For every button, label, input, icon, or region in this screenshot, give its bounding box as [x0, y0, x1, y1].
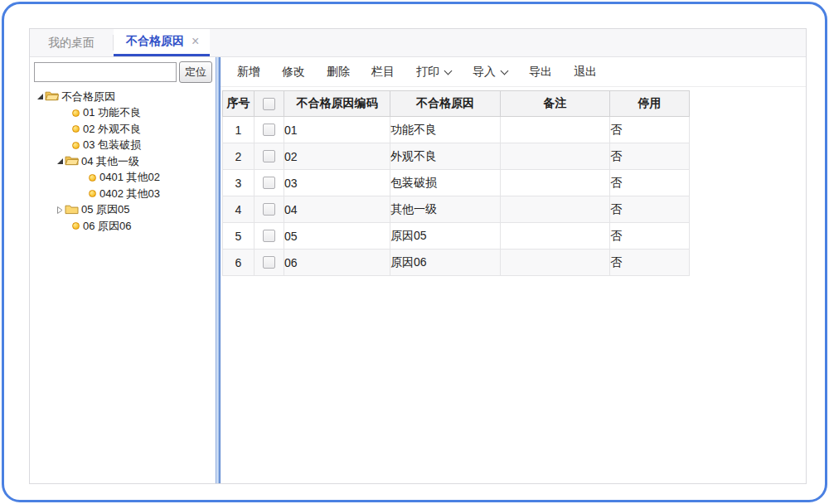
- cell-checkbox[interactable]: [255, 223, 284, 250]
- bullet-icon: [72, 125, 80, 133]
- toolbar-button-import[interactable]: 导入: [473, 65, 507, 80]
- toolbar-button-add[interactable]: 新增: [237, 65, 260, 80]
- header-code: 不合格原因编码: [284, 91, 390, 117]
- cell-seq: 6: [223, 250, 255, 276]
- tab-bar: 我的桌面 不合格原因 ×: [30, 29, 806, 57]
- checkbox-icon[interactable]: [263, 256, 275, 269]
- app-window: 9628370 0622141 9628370 0622141 9628370 …: [2, 2, 827, 502]
- cell-disabled: 否: [610, 250, 690, 276]
- tree-item-label: 06 原因06: [83, 219, 132, 234]
- cell-checkbox[interactable]: [255, 117, 284, 143]
- tree-item-label: 0401 其他02: [99, 170, 160, 185]
- toolbar-button-label: 栏目: [371, 65, 395, 80]
- table-row[interactable]: 505原因05否: [223, 223, 690, 250]
- tree-item[interactable]: 06 原因06: [30, 218, 216, 235]
- checkbox-icon[interactable]: [263, 177, 275, 189]
- tree-collapsed-icon[interactable]: [56, 206, 64, 214]
- toolbar-button-label: 打印: [416, 65, 439, 80]
- toolbar: 新增修改删除栏目打印导入导出退出: [221, 57, 806, 87]
- checkbox-icon[interactable]: [263, 230, 275, 242]
- folder-open-icon: [65, 154, 79, 168]
- cell-reason: 原因05: [390, 223, 501, 250]
- checkbox-icon[interactable]: [263, 98, 275, 110]
- cell-seq: 4: [223, 196, 255, 223]
- header-seq: 序号: [223, 91, 255, 117]
- tree-item[interactable]: 0401 其他02: [30, 170, 216, 187]
- cell-seq: 3: [223, 170, 255, 196]
- chevron-down-icon: [501, 66, 509, 75]
- main-area: 定位 不合格原因01 功能不良02 外观不良03 包装破损04 其他一级0401…: [30, 57, 806, 483]
- tree-item-label: 02 外观不良: [83, 122, 141, 137]
- table-row[interactable]: 404其他一级否: [223, 196, 690, 223]
- cell-code: 01: [284, 117, 390, 143]
- folder-closed-icon: [65, 203, 79, 217]
- bullet-icon: [72, 109, 80, 117]
- checkbox-icon[interactable]: [263, 203, 275, 216]
- locate-button[interactable]: 定位: [179, 61, 212, 83]
- toolbar-button-label: 导入: [473, 65, 496, 80]
- table-row[interactable]: 606原因06否: [223, 250, 690, 276]
- cell-checkbox[interactable]: [255, 196, 284, 223]
- cell-checkbox[interactable]: [255, 250, 284, 276]
- toolbar-button-label: 新增: [237, 65, 260, 80]
- cell-seq: 2: [223, 143, 255, 170]
- cell-checkbox[interactable]: [255, 170, 284, 196]
- toolbar-button-columns[interactable]: 栏目: [371, 65, 395, 80]
- cell-remark: [501, 117, 610, 143]
- cell-code: 03: [284, 170, 390, 196]
- toolbar-button-export[interactable]: 导出: [529, 65, 552, 80]
- close-icon[interactable]: ×: [191, 35, 199, 48]
- table-row[interactable]: 303包装破损否: [223, 170, 690, 196]
- cell-disabled: 否: [610, 117, 690, 143]
- select-all-checkbox[interactable]: [255, 91, 284, 117]
- tree-item[interactable]: 0402 其他03: [30, 186, 216, 202]
- toolbar-button-print[interactable]: 打印: [416, 65, 451, 80]
- tree-item-label: 不合格原因: [61, 90, 115, 104]
- tab-reject-reason[interactable]: 不合格原因 ×: [114, 29, 210, 56]
- cell-reason: 外观不良: [390, 143, 501, 170]
- reason-table: 序号不合格原因编码不合格原因备注停用101功能不良否202外观不良否303包装破…: [222, 90, 690, 276]
- checkbox-icon[interactable]: [263, 124, 275, 136]
- cell-seq: 1: [223, 117, 255, 143]
- toolbar-button-edit[interactable]: 修改: [282, 65, 305, 80]
- tree-item[interactable]: 03 包装破损: [30, 138, 216, 154]
- tree-item[interactable]: 不合格原因: [30, 89, 216, 105]
- tree-item[interactable]: 02 外观不良: [30, 121, 216, 138]
- tree-item[interactable]: 04 其他一级: [30, 153, 216, 170]
- cell-remark: [501, 223, 610, 250]
- table-row[interactable]: 101功能不良否: [223, 117, 690, 143]
- main-panel: 我的桌面 不合格原因 × 定位 不合格原因01 功能不良02 外观不良03 包装…: [29, 28, 807, 484]
- table-row[interactable]: 202外观不良否: [223, 143, 690, 170]
- header-remark: 备注: [501, 91, 610, 117]
- toolbar-button-label: 修改: [282, 65, 305, 80]
- tree-search-row: 定位: [30, 57, 216, 86]
- cell-checkbox[interactable]: [255, 143, 284, 170]
- tree-expanded-icon[interactable]: [56, 158, 64, 165]
- bullet-icon: [89, 190, 96, 197]
- reason-tree: 不合格原因01 功能不良02 外观不良03 包装破损04 其他一级0401 其他…: [30, 86, 216, 483]
- table-area: 序号不合格原因编码不合格原因备注停用101功能不良否202外观不良否303包装破…: [221, 87, 806, 483]
- tree-search-input[interactable]: [34, 62, 177, 82]
- toolbar-button-label: 删除: [327, 65, 350, 80]
- tree-item[interactable]: 05 原因05: [30, 202, 216, 219]
- bullet-icon: [72, 142, 80, 149]
- toolbar-button-exit[interactable]: 退出: [574, 65, 597, 80]
- header-reason: 不合格原因: [390, 91, 501, 117]
- cell-disabled: 否: [610, 170, 690, 196]
- tree-item-label: 04 其他一级: [81, 154, 139, 169]
- cell-reason: 原因06: [390, 250, 501, 276]
- cell-remark: [501, 143, 610, 170]
- cell-disabled: 否: [610, 143, 690, 170]
- checkbox-icon[interactable]: [263, 150, 275, 162]
- content-panel: 新增修改删除栏目打印导入导出退出 序号不合格原因编码不合格原因备注停用101功能…: [221, 57, 806, 483]
- cell-code: 02: [284, 143, 390, 170]
- tab-my-desktop[interactable]: 我的桌面: [30, 29, 113, 56]
- tree-expanded-icon[interactable]: [36, 93, 44, 100]
- tree-item[interactable]: 01 功能不良: [30, 105, 216, 122]
- toolbar-button-delete[interactable]: 删除: [327, 65, 350, 80]
- folder-open-icon: [45, 90, 59, 104]
- toolbar-button-label: 退出: [574, 65, 597, 80]
- cell-remark: [501, 170, 610, 196]
- bullet-icon: [89, 174, 96, 182]
- chevron-down-icon: [444, 66, 453, 75]
